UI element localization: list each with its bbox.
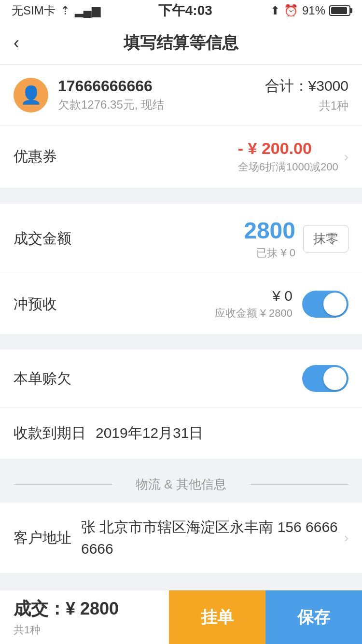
- transaction-card: 成交金额 2800 已抹 ¥ 0 抹零 冲预收 ¥ 0 应收金额 ¥ 2800: [0, 204, 362, 334]
- wifi-icon: ⇡: [60, 4, 70, 17]
- coupon-row[interactable]: 优惠券 - ¥ 200.00 全场6折满1000减200 ›: [0, 126, 362, 188]
- page-title: 填写结算等信息: [124, 32, 238, 54]
- bottom-trade-row: 成交：¥ 2800: [14, 597, 155, 621]
- precollect-label: 冲预收: [14, 294, 57, 314]
- section-divider-2: [0, 342, 362, 350]
- round-button[interactable]: 抹零: [303, 225, 348, 252]
- main-content: 👤 17666666666 欠款1276.35元, 现结 合计：¥3000 共1…: [0, 65, 362, 644]
- due-date-value: 2019年12月31日: [96, 423, 203, 443]
- transaction-value: 2800: [244, 217, 295, 244]
- header: ‹ 填写结算等信息: [0, 21, 362, 65]
- toggle-knob: [323, 293, 347, 316]
- debt-row: 本单赊欠: [0, 350, 362, 407]
- precollect-amounts: ¥ 0 应收金额 ¥ 2800: [215, 288, 292, 321]
- bottom-trade-amount: ¥ 2800: [66, 599, 119, 618]
- status-left: 无SIM卡 ⇡ ▂▄▆: [12, 3, 100, 18]
- due-date-row: 收款到期日 2019年12月31日: [0, 407, 362, 459]
- transaction-row: 成交金额 2800 已抹 ¥ 0 抹零: [0, 204, 362, 274]
- precollect-row: 冲预收 ¥ 0 应收金额 ¥ 2800: [0, 274, 362, 334]
- transaction-sub: 已抹 ¥ 0: [244, 246, 295, 260]
- logistics-label: 物流 & 其他信息: [136, 476, 226, 493]
- customer-phone: 17666666666: [58, 77, 164, 95]
- transaction-label: 成交金额: [14, 229, 71, 249]
- precollect-toggle[interactable]: [302, 291, 348, 318]
- total-amount: 合计：¥3000: [265, 76, 348, 96]
- debt-card: 本单赊欠 收款到期日 2019年12月31日: [0, 350, 362, 459]
- status-time: 下午4:03: [158, 1, 212, 20]
- coupon-desc: 全场6折满1000减200: [238, 160, 338, 174]
- logistics-line-right: [250, 484, 348, 485]
- battery-icon: [329, 5, 350, 16]
- precollect-sub: 应收金额 ¥ 2800: [215, 306, 292, 321]
- customer-row: 👤 17666666666 欠款1276.35元, 现结 合计：¥3000 共1…: [0, 65, 362, 126]
- customer-info: 17666666666 欠款1276.35元, 现结: [58, 77, 164, 112]
- save-button[interactable]: 保存: [265, 590, 362, 644]
- hangup-button[interactable]: 挂单: [169, 590, 265, 644]
- alarm-icon: ⏰: [284, 4, 298, 17]
- precollect-right: ¥ 0 应收金额 ¥ 2800: [215, 288, 348, 321]
- carrier-text: 无SIM卡: [12, 3, 56, 18]
- bottom-summary: 成交：¥ 2800 共1种: [0, 597, 169, 637]
- total-count: 共1种: [265, 98, 348, 113]
- coupon-right: - ¥ 200.00 全场6折满1000减200 ›: [238, 139, 348, 174]
- due-date-label: 收款到期日: [14, 423, 86, 443]
- signal-bars: ▂▄▆: [75, 4, 100, 17]
- customer-sub: 欠款1276.35元, 现结: [58, 97, 164, 112]
- customer-left: 👤 17666666666 欠款1276.35元, 现结: [14, 77, 164, 112]
- address-card: 客户地址 张 北京市市辖区海淀区永丰南 156 6666 6666 ›: [0, 503, 362, 573]
- logistics-line-left: [14, 484, 112, 485]
- address-label: 客户地址: [14, 528, 71, 548]
- status-bar: 无SIM卡 ⇡ ▂▄▆ 下午4:03 ⬆ ⏰ 91%: [0, 0, 362, 21]
- status-right: ⬆ ⏰ 91%: [270, 4, 350, 17]
- debt-toggle[interactable]: [302, 365, 348, 392]
- transaction-right: 2800 已抹 ¥ 0 抹零: [244, 217, 348, 260]
- bottom-trade-label: 成交：: [14, 599, 66, 618]
- transaction-value-block: 2800 已抹 ¥ 0: [244, 217, 295, 260]
- chevron-right-icon: ›: [344, 149, 348, 165]
- location-icon: ⬆: [270, 4, 280, 17]
- debt-toggle-knob: [323, 367, 347, 390]
- avatar: 👤: [14, 78, 48, 112]
- bottom-bar: 成交：¥ 2800 共1种 挂单 保存: [0, 590, 362, 644]
- coupon-amount: - ¥ 200.00: [238, 139, 338, 158]
- section-divider-1: [0, 196, 362, 204]
- back-button[interactable]: ‹: [14, 33, 19, 53]
- logistics-divider: 物流 & 其他信息: [0, 466, 362, 503]
- battery-percent: 91%: [302, 4, 325, 17]
- customer-card: 👤 17666666666 欠款1276.35元, 现结 合计：¥3000 共1…: [0, 65, 362, 188]
- customer-right: 合计：¥3000 共1种: [265, 76, 348, 113]
- precollect-value: ¥ 0: [215, 288, 292, 304]
- bottom-count: 共1种: [14, 623, 155, 637]
- address-value: 张 北京市市辖区海淀区永丰南 156 6666 6666: [81, 516, 344, 560]
- coupon-label: 优惠券: [14, 147, 57, 167]
- address-chevron-icon: ›: [344, 530, 348, 546]
- address-row[interactable]: 客户地址 张 北京市市辖区海淀区永丰南 156 6666 6666 ›: [0, 503, 362, 573]
- debt-label: 本单赊欠: [14, 369, 71, 389]
- battery-fill: [331, 7, 347, 14]
